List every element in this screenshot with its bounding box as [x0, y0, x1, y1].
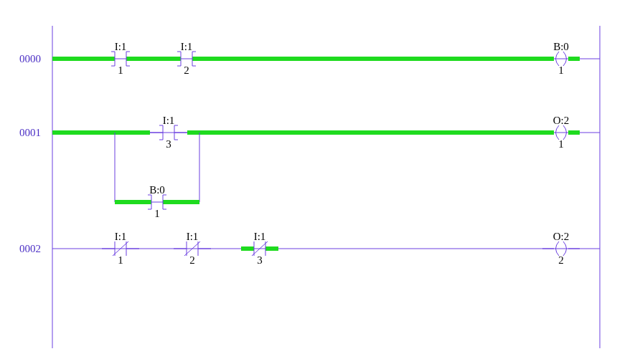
contact-sub: 1: [154, 208, 160, 220]
contact-sub: 2: [189, 254, 195, 267]
contact-tag: I:1: [115, 231, 127, 243]
ladder-diagram: [0, 0, 640, 364]
contact-tag: I:1: [163, 115, 175, 127]
contact-tag: B:0: [149, 184, 165, 196]
coil-sub: 2: [558, 254, 564, 267]
coil-sub: 1: [558, 138, 564, 150]
contact-sub: 2: [184, 64, 189, 77]
coil-tag: B:0: [553, 41, 569, 53]
contact-sub: 1: [118, 254, 123, 267]
contact-sub: 1: [118, 64, 123, 77]
contact-tag: I:1: [181, 41, 193, 53]
coil-tag: O:2: [553, 231, 570, 243]
contact-tag: I:1: [254, 231, 266, 243]
rung-number: 0002: [19, 243, 41, 255]
coil-sub: 1: [558, 64, 564, 77]
rung-number: 0001: [19, 127, 41, 139]
rung-number: 0000: [19, 53, 41, 65]
coil-tag: O:2: [553, 115, 570, 127]
contact-sub: 3: [166, 138, 171, 150]
contact-tag: I:1: [115, 41, 127, 53]
contact-tag: I:1: [187, 231, 199, 243]
contact-sub: 3: [257, 254, 263, 267]
